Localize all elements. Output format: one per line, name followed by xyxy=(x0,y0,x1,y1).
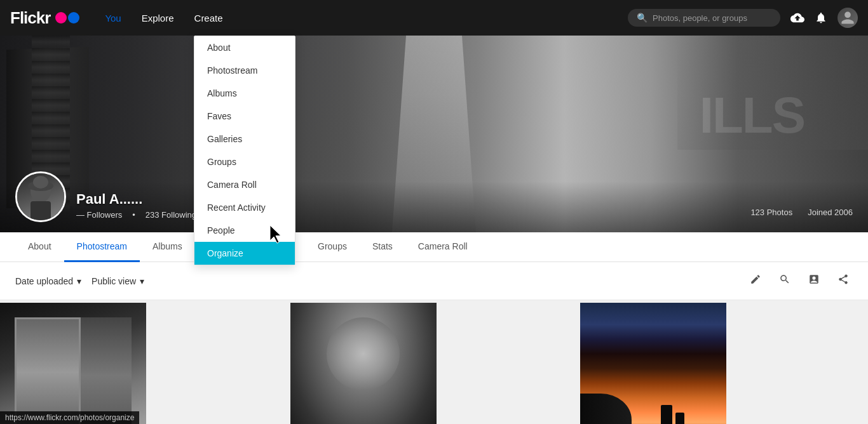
profile-bar: Paul A...... — Followers • 233 Following… xyxy=(0,171,868,232)
bell-icon xyxy=(815,11,827,24)
logo-text: Flickr xyxy=(10,8,50,28)
profile-name: Paul A...... xyxy=(76,191,740,208)
tab-stats[interactable]: Stats xyxy=(360,232,405,262)
tab-albums[interactable]: Albums xyxy=(140,232,195,262)
tab-camera-roll[interactable]: Camera Roll xyxy=(405,232,480,262)
dropdown-groups[interactable]: Groups xyxy=(194,150,295,173)
tab-bar: About Photostream Albums Faves Galleries… xyxy=(0,232,868,262)
upload-icon xyxy=(790,11,804,25)
following-count: 233 Following xyxy=(146,210,196,220)
profile-stats: — Followers • 233 Following xyxy=(76,210,740,220)
nav-link-you[interactable]: You xyxy=(95,0,131,36)
dropdown-menu: About Photostream Albums Faves Galleries… xyxy=(194,36,295,265)
dropdown-faves[interactable]: Faves xyxy=(194,105,295,128)
public-view-button[interactable]: Public view ▾ xyxy=(92,274,144,289)
separator: • xyxy=(132,210,135,220)
flickr-dots xyxy=(55,12,79,23)
logo[interactable]: Flickr xyxy=(10,8,79,28)
edit-icon xyxy=(750,274,761,285)
dropdown-albums[interactable]: Albums xyxy=(194,82,295,105)
tab-photostream[interactable]: Photostream xyxy=(64,232,140,262)
nav-right xyxy=(790,8,858,28)
slideshow-button[interactable] xyxy=(804,270,824,292)
navbar: Flickr You Explore Create 🔍 xyxy=(0,0,868,36)
avatar-inner xyxy=(17,173,64,220)
avatar[interactable] xyxy=(837,8,858,28)
nav-link-explore[interactable]: Explore xyxy=(132,0,184,36)
tab-about[interactable]: About xyxy=(15,232,64,262)
dropdown-galleries[interactable]: Galleries xyxy=(194,128,295,150)
share-button[interactable] xyxy=(834,270,853,292)
followers-count: — Followers xyxy=(76,210,122,220)
search-photos-icon xyxy=(779,274,790,285)
date-uploaded-button[interactable]: Date uploaded ▾ xyxy=(15,274,81,289)
avatar-placeholder xyxy=(837,8,858,28)
dropdown-recent-activity[interactable]: Recent Activity xyxy=(194,196,295,219)
status-bar: https://www.flickr.com/photos/organize xyxy=(0,411,139,424)
slideshow-icon xyxy=(808,274,820,285)
upload-button[interactable] xyxy=(790,11,804,25)
dropdown-camera-roll[interactable]: Camera Roll xyxy=(194,173,295,196)
profile-avatar-large[interactable] xyxy=(15,171,66,222)
profile-info: Paul A...... — Followers • 233 Following xyxy=(76,191,740,222)
profile-right: 123 Photos Joined 2006 xyxy=(750,208,853,222)
search-icon: 🔍 xyxy=(637,13,648,23)
share-icon xyxy=(837,274,849,285)
search-input[interactable] xyxy=(653,13,771,23)
dot-blue xyxy=(68,12,79,23)
edit-button[interactable] xyxy=(746,270,765,292)
dropdown-photostream[interactable]: Photostream xyxy=(194,59,295,82)
search-bar[interactable]: 🔍 xyxy=(628,9,780,27)
nav-links: You Explore Create xyxy=(95,0,233,36)
photos-grid xyxy=(0,300,868,424)
joined-year: Joined 2006 xyxy=(808,208,853,217)
dropdown-about[interactable]: About xyxy=(194,36,295,59)
svg-rect-1 xyxy=(31,201,51,220)
svg-point-3 xyxy=(33,176,48,189)
nav-link-create[interactable]: Create xyxy=(184,0,233,36)
search-photos-button[interactable] xyxy=(775,270,794,292)
photos-count: 123 Photos xyxy=(750,208,792,217)
toolbar: Date uploaded ▾ Public view ▾ xyxy=(0,262,868,300)
notifications-button[interactable] xyxy=(815,11,827,24)
photo-item-3[interactable] xyxy=(580,303,726,424)
dot-pink xyxy=(55,12,67,23)
photo-item-2[interactable] xyxy=(290,303,437,424)
hero-section: ILLS Paul A...... — Followers • xyxy=(0,36,868,232)
tab-groups[interactable]: Groups xyxy=(305,232,360,262)
dropdown-people[interactable]: People xyxy=(194,219,295,242)
dropdown-organize[interactable]: Organize xyxy=(194,242,295,265)
photo-item-1[interactable] xyxy=(0,303,146,424)
